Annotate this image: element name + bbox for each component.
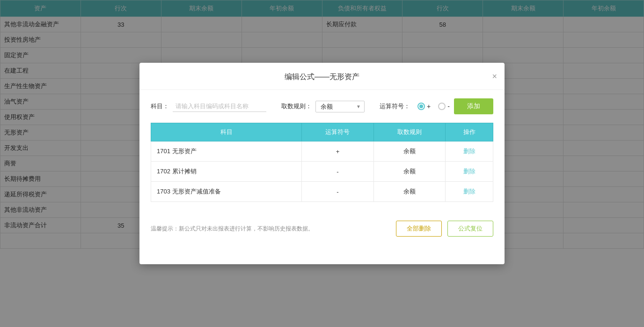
radio-minus-label: -: [447, 103, 450, 110]
row1-subject: 1701 无形资产: [151, 141, 302, 162]
row3-subject: 1703 无形资产减值准备: [151, 182, 302, 202]
rule-select-wrap: 余额 借方 贷方 借方发生额 贷方发生额 ▼: [315, 101, 365, 112]
row2-action-cell: 删除: [446, 162, 493, 182]
footer-buttons: 全部删除 公式复位: [396, 221, 493, 237]
modal-close-button[interactable]: ×: [492, 72, 497, 81]
subject-label: 科目：: [151, 102, 169, 111]
radio-minus-circle: [438, 103, 446, 110]
reset-formula-button[interactable]: 公式复位: [447, 221, 493, 237]
radio-minus-item[interactable]: -: [438, 103, 450, 110]
operator-section: 运算符号： + -: [380, 102, 450, 111]
operator-label: 运算符号：: [380, 102, 410, 111]
rule-label: 取数规则：: [281, 102, 312, 111]
table-row: 1702 累计摊销 - 余额 删除: [151, 162, 493, 182]
table-header-row: 科目 运算符号 取数规则 操作: [151, 123, 493, 141]
row3-rule: 余额: [373, 182, 446, 202]
radio-group: + -: [417, 103, 450, 110]
rule-select[interactable]: 余额 借方 贷方 借方发生额 贷方发生额: [315, 101, 365, 112]
row2-rule: 余额: [373, 162, 446, 182]
radio-plus-circle: [417, 103, 425, 110]
add-button[interactable]: 添加: [454, 98, 493, 114]
col-rule: 取数规则: [373, 123, 446, 141]
table-row: 1703 无形资产减值准备 - 余额 删除: [151, 182, 493, 202]
col-subject: 科目: [151, 123, 302, 141]
rule-section: 取数规则： 余额 借方 贷方 借方发生额 贷方发生额 ▼: [281, 101, 365, 112]
modal-header: 编辑公式——无形资产 ×: [139, 63, 505, 90]
row3-delete-button[interactable]: 删除: [463, 188, 476, 195]
modal-dialog: 编辑公式——无形资产 × 科目： 取数规则： 余额 借方 贷方 借方发生额 贷方…: [139, 63, 505, 264]
row1-delete-button[interactable]: 删除: [463, 148, 476, 155]
modal-footer: 温馨提示：新公式只对未出报表进行计算，不影响历史报表数据。 全部删除 公式复位: [139, 211, 505, 237]
row1-operator: +: [302, 141, 374, 162]
row1-rule: 余额: [373, 141, 446, 162]
row2-operator: -: [302, 162, 374, 182]
row3-operator: -: [302, 182, 374, 202]
col-operator: 运算符号: [302, 123, 374, 141]
radio-plus-label: +: [427, 103, 431, 110]
table-row: 1701 无形资产 + 余额 删除: [151, 141, 493, 162]
delete-all-button[interactable]: 全部删除: [396, 221, 442, 237]
subject-input[interactable]: [173, 101, 266, 112]
data-table-wrap: 科目 运算符号 取数规则 操作 1701 无形资产 + 余额 删除: [139, 123, 505, 202]
row2-subject: 1702 累计摊销: [151, 162, 302, 182]
formula-table: 科目 运算符号 取数规则 操作 1701 无形资产 + 余额 删除: [151, 123, 493, 202]
radio-plus-item[interactable]: +: [417, 103, 431, 110]
footer-hint: 温馨提示：新公式只对未出报表进行计算，不影响历史报表数据。: [151, 225, 314, 233]
row2-delete-button[interactable]: 删除: [463, 168, 476, 175]
modal-form-row: 科目： 取数规则： 余额 借方 贷方 借方发生额 贷方发生额 ▼ 运算符号：: [139, 90, 505, 123]
modal-title: 编辑公式——无形资产: [285, 73, 359, 81]
col-action: 操作: [446, 123, 493, 141]
row1-action-cell: 删除: [446, 141, 493, 162]
modal-overlay: 编辑公式——无形资产 × 科目： 取数规则： 余额 借方 贷方 借方发生额 贷方…: [0, 0, 644, 327]
row3-action-cell: 删除: [446, 182, 493, 202]
